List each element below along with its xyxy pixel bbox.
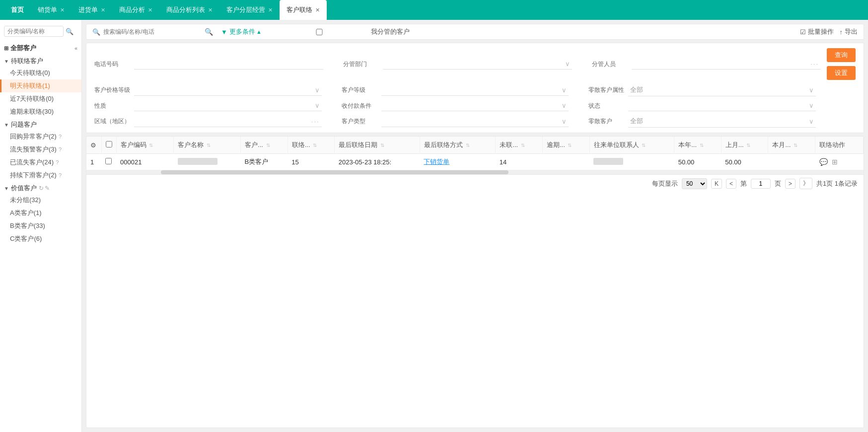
churned-help-icon[interactable]: ?	[56, 159, 59, 165]
value-group-refresh[interactable]: ↻	[39, 185, 44, 192]
filter-search-btn[interactable]: 🔍	[205, 28, 213, 36]
nav-item-goods-analysis-list[interactable]: 商品分析列表 ✕	[159, 0, 219, 20]
filter-phone-input[interactable]	[134, 59, 323, 70]
filter-customer-type-select[interactable]: ∨	[381, 116, 569, 127]
sidebar-item-type-a[interactable]: A类客户(1)	[0, 207, 81, 219]
page-last-btn[interactable]: 》	[799, 178, 812, 189]
group-problem-label[interactable]: ▼ 问题客户	[0, 118, 81, 130]
nav-sales-close[interactable]: ✕	[60, 7, 65, 13]
table-footer: 每页显示 50 100 200 K < 第 页 > 》 共1页 1条记录	[86, 174, 864, 192]
last-method-link[interactable]: 下销货单	[424, 158, 449, 165]
filter-scattered-attr-select[interactable]: 全部 ∨	[628, 84, 816, 96]
repurchase-help-icon[interactable]: ?	[59, 134, 62, 140]
settings-button[interactable]: 设置	[827, 66, 856, 80]
filter-price-level-select[interactable]: ∨	[134, 85, 322, 96]
sidebar-item-type-b[interactable]: B类客户(33)	[0, 219, 81, 232]
row-checkbox[interactable]	[105, 158, 112, 164]
cell-last-method[interactable]: 下销货单	[420, 154, 495, 170]
col-last-month[interactable]: 上月... ⇅	[721, 137, 768, 154]
group-pending-text: 待联络客户	[11, 57, 43, 66]
sidebar-item-declining[interactable]: 持续下滑客户(2) ?	[0, 169, 81, 182]
filter-status-label: 状态	[588, 102, 628, 110]
nav-item-customer-contact[interactable]: 客户联络 ✕	[280, 0, 327, 20]
filter-search-icon: 🔍	[92, 28, 100, 36]
cell-checkbox[interactable]	[101, 154, 116, 170]
filter-customer-type-field: 客户类型 ∨	[342, 116, 569, 127]
col-name[interactable]: 客户名称 ⇅	[174, 137, 241, 154]
sort-overdue-icon: ⇅	[568, 143, 572, 148]
col-contact-person[interactable]: 往来单位联系人 ⇅	[589, 137, 674, 154]
nav-item-purchase[interactable]: 进货单 ✕	[72, 0, 112, 20]
nav-item-home[interactable]: 首页	[4, 0, 31, 20]
nav-goods-list-close[interactable]: ✕	[208, 7, 213, 13]
sidebar-item-type-c[interactable]: C类客户(6)	[0, 232, 81, 245]
col-this-month[interactable]: 本月... ⇅	[768, 137, 815, 154]
col-checkbox[interactable]	[101, 137, 116, 154]
col-type[interactable]: 客户... ⇅	[241, 137, 288, 154]
nav-item-customer-layer[interactable]: 客户分层经营 ✕	[219, 0, 280, 20]
sidebar-item-today[interactable]: 今天待联络(0)	[0, 67, 81, 79]
page-first-btn[interactable]: K	[711, 179, 722, 189]
group-pending-label[interactable]: ▼ 待联络客户	[0, 55, 81, 67]
col-contact-count[interactable]: 联络... ⇅	[288, 137, 335, 154]
value-group-edit[interactable]: ✎	[45, 185, 50, 192]
export-btn[interactable]: ↑ 导出	[840, 27, 858, 36]
page-number-input[interactable]	[751, 179, 771, 189]
filter-search-input[interactable]	[103, 28, 203, 35]
sidebar-item-tomorrow[interactable]: 明天待联络(1)	[0, 79, 81, 92]
nav-item-goods-analysis[interactable]: 商品分析 ✕	[112, 0, 159, 20]
sidebar-search-icon[interactable]: 🔍	[66, 28, 73, 35]
filter-more-btn[interactable]: ▼ 更多条件 ▲	[221, 27, 262, 36]
col-uncontacted[interactable]: 未联... ⇅	[496, 137, 543, 154]
page-next-btn[interactable]: >	[785, 179, 796, 189]
nav-customer-contact-close[interactable]: ✕	[315, 7, 320, 13]
sidebar-item-overdue[interactable]: 逾期未联络(30)	[0, 105, 81, 118]
filter-nature-select[interactable]: ∨	[134, 100, 322, 111]
group-problem-triangle: ▼	[4, 122, 9, 128]
nav-customer-layer-close[interactable]: ✕	[268, 7, 273, 13]
select-all-checkbox[interactable]	[106, 141, 112, 147]
sidebar-item-repurchase[interactable]: 回购异常客户(2) ?	[0, 130, 81, 143]
filter-payment-select[interactable]: ∨	[381, 100, 569, 111]
declining-help-icon[interactable]: ?	[59, 172, 62, 178]
group-value-label[interactable]: ▼ 价值客户 ↻ ✎	[0, 182, 81, 194]
sidebar-item-churned[interactable]: 已流失客户(24) ?	[0, 156, 81, 169]
page-prev-btn[interactable]: <	[726, 179, 736, 189]
col-overdue[interactable]: 逾期... ⇅	[542, 137, 589, 154]
filter-customer-level-select[interactable]: ∨	[381, 85, 569, 96]
action-comment-icon[interactable]: 💬	[819, 158, 828, 166]
filter-status-select[interactable]: ∨	[628, 100, 816, 111]
col-last-method[interactable]: 最后联络方式 ⇅	[420, 137, 495, 154]
batch-operation-btn[interactable]: ☑ 批量操作	[800, 27, 834, 36]
col-action: 联络动作	[815, 137, 864, 154]
sidebar-search-input[interactable]	[4, 26, 64, 37]
scrollbar-thumb[interactable]	[161, 170, 508, 174]
nav-purchase-close[interactable]: ✕	[101, 7, 105, 13]
per-page-select[interactable]: 50 100 200	[682, 178, 707, 189]
filter-manager-select[interactable]: ···	[632, 59, 821, 70]
action-grid-icon[interactable]: ⊞	[832, 158, 838, 166]
filter-dept-select[interactable]: ∨	[383, 59, 572, 70]
filter-region-label: 区域（地区）	[94, 117, 134, 126]
col-last-date[interactable]: 最后联络日期 ⇅	[335, 137, 420, 154]
nav-item-sales[interactable]: 销货单 ✕	[31, 0, 72, 20]
sort-last-method-icon: ⇅	[466, 143, 470, 148]
horizontal-scrollbar[interactable]	[86, 170, 864, 174]
my-customers-checkbox[interactable]	[270, 29, 369, 35]
query-button[interactable]: 查询	[827, 48, 856, 62]
col-code[interactable]: 客户编码 ⇅	[116, 137, 174, 154]
collapse-icon[interactable]: «	[74, 45, 77, 51]
col-this-year[interactable]: 本年... ⇅	[674, 137, 722, 154]
sidebar-item-week7[interactable]: 近7天待联络(0)	[0, 92, 81, 105]
my-customers-toggle[interactable]: 我分管的客户	[270, 27, 410, 36]
nav-goods-analysis-close[interactable]: ✕	[148, 7, 152, 13]
filter-region-select[interactable]: ···	[134, 116, 322, 127]
sidebar-item-churn-warning[interactable]: 流失预警客户(3) ?	[0, 143, 81, 156]
filter-scattered-customer-select[interactable]: 全部 ∨	[628, 115, 816, 128]
filter-row-4: 区域（地区） ··· 客户类型 ∨ 零散客户	[94, 115, 856, 128]
churn-warning-help-icon[interactable]: ?	[59, 146, 62, 152]
col-settings[interactable]: ⚙	[86, 137, 101, 154]
sort-this-month-icon: ⇅	[794, 143, 797, 148]
sidebar-item-ungrouped[interactable]: 未分组(32)	[0, 194, 81, 207]
sidebar-all-customers[interactable]: ⊞ 全部客户 «	[0, 42, 81, 55]
